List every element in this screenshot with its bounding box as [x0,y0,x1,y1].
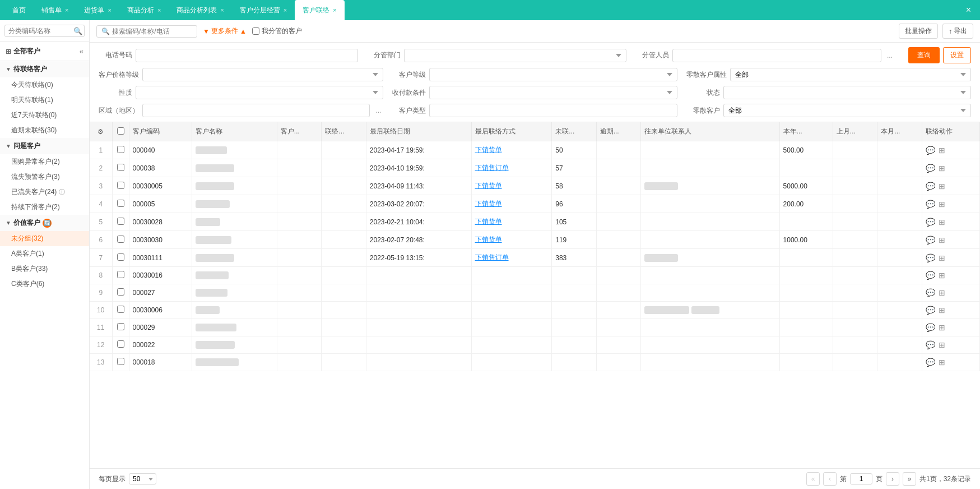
sidebar-all-customers[interactable]: ⊞ 全部客户 « [0,42,89,61]
tab-analysis[interactable]: 商品分析 × [119,0,169,20]
row-checkbox[interactable] [117,200,124,207]
sidebar-item-churn-warning[interactable]: 流失预警客户(3) [0,169,89,184]
row-checkbox[interactable] [117,358,124,365]
batch-operation-btn[interactable]: 批量操作 [899,24,938,39]
close-all-tabs[interactable]: × [962,5,976,15]
page-input[interactable] [850,473,872,485]
tab-sales-close[interactable]: × [65,7,68,13]
row-checkbox[interactable] [117,288,124,296]
chat-icon[interactable]: 💬 [926,323,935,332]
sidebar-item-ungroup[interactable]: 未分组(32) [0,231,89,246]
grid-action-icon[interactable]: ⊞ [939,253,945,262]
sidebar-item-churned[interactable]: 已流失客户(24) ⓘ [0,184,89,200]
tab-analysis-list[interactable]: 商品分析列表 × [169,0,231,20]
row-checkbox[interactable] [117,271,124,278]
row-checkbox[interactable] [117,164,124,171]
grid-action-icon[interactable]: ⊞ [939,323,945,332]
chat-icon[interactable]: 💬 [926,358,935,367]
grid-action-icon[interactable]: ⊞ [939,200,945,209]
next-page-btn[interactable]: › [886,472,899,486]
sidebar-item-overdue[interactable]: 逾期未联络(30) [0,123,89,138]
method-link[interactable]: 下销货单 [475,146,502,154]
search-input[interactable] [112,27,192,35]
chat-icon[interactable]: 💬 [926,200,935,209]
sidebar-group-value[interactable]: ▼ 价值客户 🔄 [0,215,89,231]
person-dots[interactable]: ... [885,52,895,59]
customer-level-select[interactable] [429,68,677,81]
chat-icon[interactable]: 💬 [926,236,935,245]
grid-action-icon[interactable]: ⊞ [939,288,945,297]
sidebar-collapse-btn[interactable]: « [80,47,83,56]
tab-purchase[interactable]: 进货单 × [76,0,119,20]
query-btn[interactable]: 查询 [908,47,940,63]
chat-icon[interactable]: 💬 [926,182,935,191]
tab-analysis-list-close[interactable]: × [220,7,224,13]
grid-action-icon[interactable]: ⊞ [939,164,945,173]
sidebar-search-input[interactable] [4,25,85,37]
tab-analysis-close[interactable]: × [157,7,161,13]
sidebar-item-declining[interactable]: 持续下滑客户(2) [0,200,89,215]
method-link[interactable]: 下销售订单 [475,253,509,261]
row-checkbox[interactable] [117,236,124,243]
tab-home[interactable]: 首页 [4,0,34,20]
tab-sales[interactable]: 销售单 × [34,0,76,20]
nature-select[interactable] [136,86,383,99]
region-input[interactable] [142,104,370,117]
select-all-checkbox[interactable] [117,127,124,135]
chat-icon[interactable]: 💬 [926,218,935,227]
sidebar-item-class-c[interactable]: C类客户(6) [0,276,89,292]
row-checkbox[interactable] [117,323,124,330]
method-link[interactable]: 下销货单 [475,200,502,207]
zero-customer-select[interactable]: 全部 [723,104,971,117]
grid-action-icon[interactable]: ⊞ [939,182,945,191]
sidebar-item-tomorrow[interactable]: 明天待联络(1) [0,93,89,108]
row-checkbox[interactable] [117,340,124,348]
tab-purchase-close[interactable]: × [108,7,111,13]
tab-contact[interactable]: 客户联络 × [295,0,344,20]
method-link[interactable]: 下销售订单 [475,164,509,172]
last-page-btn[interactable]: » [903,472,916,486]
row-checkbox[interactable] [117,182,124,189]
sidebar-item-class-a[interactable]: A类客户(1) [0,246,89,261]
grid-action-icon[interactable]: ⊞ [939,358,945,367]
row-checkbox[interactable] [117,306,124,313]
per-page-select[interactable]: 50 10 20 100 [129,473,156,485]
chat-icon[interactable]: 💬 [926,146,935,155]
my-customers-checkbox[interactable] [252,27,259,35]
more-conditions-btn[interactable]: ▼ 更多条件 ▲ [203,26,247,36]
sidebar-item-class-b[interactable]: B类客户(33) [0,261,89,276]
chat-icon[interactable]: 💬 [926,340,935,349]
chat-icon[interactable]: 💬 [926,164,935,173]
tab-segment[interactable]: 客户分层经营 × [232,0,295,20]
sidebar-item-hoarding[interactable]: 囤购异常客户(2) [0,154,89,169]
region-dots[interactable]: ... [373,107,383,114]
sidebar-group-problem[interactable]: ▼ 问题客户 [0,138,89,154]
grid-action-icon[interactable]: ⊞ [939,271,945,280]
chat-icon[interactable]: 💬 [926,253,935,262]
grid-action-icon[interactable]: ⊞ [939,340,945,349]
tab-segment-close[interactable]: × [284,7,287,13]
method-link[interactable]: 下销货单 [475,182,502,190]
first-page-btn[interactable]: « [806,472,820,486]
phone-input[interactable] [136,49,358,62]
sidebar-group-pending[interactable]: ▼ 待联络客户 [0,61,89,77]
person-input[interactable] [672,49,881,62]
price-level-select[interactable] [142,68,383,81]
dept-select[interactable] [404,49,626,62]
row-checkbox[interactable] [117,146,124,153]
payment-select[interactable] [429,86,677,99]
export-btn[interactable]: ↑ 导出 [942,24,973,39]
grid-action-icon[interactable]: ⊞ [939,218,945,227]
customer-type-input[interactable] [429,104,677,117]
chat-icon[interactable]: 💬 [926,306,935,315]
reset-btn[interactable]: 设置 [943,47,971,63]
col-settings[interactable]: ⚙ [90,122,112,141]
chat-icon[interactable]: 💬 [926,271,935,280]
prev-page-btn[interactable]: ‹ [823,472,837,486]
my-customers-checkbox-label[interactable]: 我分管的客户 [252,26,302,36]
row-checkbox[interactable] [117,218,124,225]
grid-action-icon[interactable]: ⊞ [939,306,945,315]
zero-attr-select[interactable]: 全部 [730,68,971,81]
status-select[interactable] [723,86,971,99]
method-link[interactable]: 下销货单 [475,218,502,225]
